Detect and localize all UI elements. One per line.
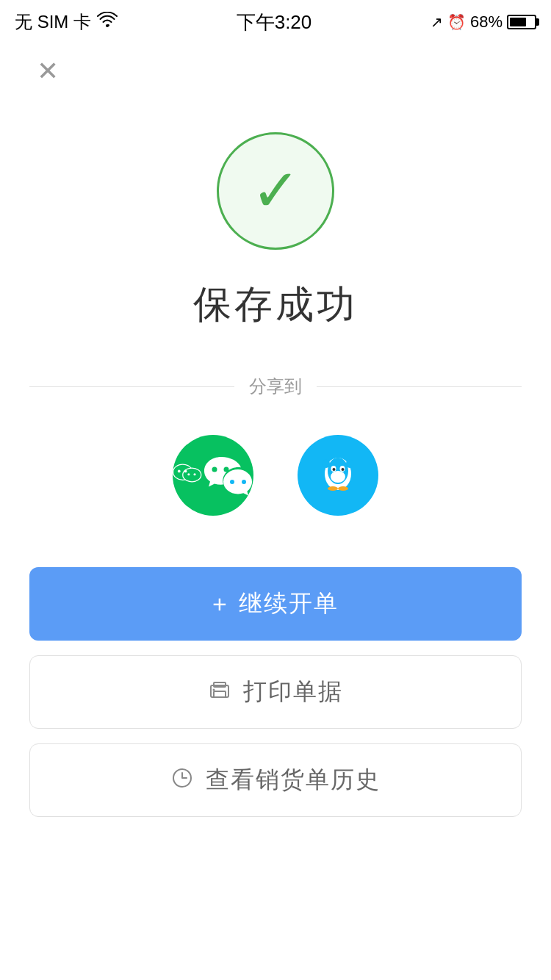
svg-point-20	[338, 486, 348, 491]
svg-point-10	[242, 480, 246, 484]
wechat-share-button[interactable]	[173, 435, 253, 516]
battery-percent: 68%	[470, 12, 503, 32]
checkmark-icon: ✓	[251, 162, 300, 220]
divider-left	[29, 386, 234, 387]
svg-point-22	[346, 459, 353, 468]
print-label: 打印单据	[243, 676, 343, 708]
svg-point-3	[178, 470, 181, 473]
history-icon	[170, 766, 194, 795]
share-icons	[173, 435, 378, 516]
action-buttons: + 继续开单 打印单据 查看销货单历史	[29, 567, 522, 817]
history-label: 查看销货单历史	[206, 764, 381, 796]
svg-point-6	[193, 473, 195, 475]
battery-icon	[507, 15, 536, 29]
main-content: ✓ 保存成功 分享到	[0, 44, 551, 817]
close-button[interactable]: ✕	[29, 53, 66, 90]
alarm-icon: ⏰	[447, 13, 466, 31]
divider-right	[317, 386, 522, 387]
svg-point-8	[224, 467, 229, 472]
status-right: ↗ ⏰ 68%	[431, 12, 536, 32]
svg-point-18	[331, 471, 345, 483]
print-button[interactable]: 打印单据	[29, 655, 522, 729]
svg-point-26	[213, 688, 215, 691]
share-section: 分享到	[29, 375, 522, 398]
print-icon	[208, 678, 231, 707]
qq-share-button[interactable]	[298, 435, 378, 516]
success-circle: ✓	[217, 132, 334, 250]
wifi-icon	[97, 12, 118, 32]
status-time: 下午3:20	[237, 10, 312, 35]
svg-point-5	[187, 473, 190, 475]
svg-point-9	[230, 480, 234, 484]
svg-point-16	[342, 468, 345, 471]
svg-point-21	[323, 459, 330, 468]
status-bar: 无 SIM 卡 下午3:20 ↗ ⏰ 68%	[0, 0, 551, 44]
wechat-icon	[173, 455, 202, 495]
svg-point-0	[106, 24, 109, 27]
history-button[interactable]: 查看销货单历史	[29, 743, 522, 817]
wechat-symbol	[202, 453, 253, 497]
svg-point-7	[212, 467, 217, 472]
status-left: 无 SIM 卡	[15, 10, 118, 34]
location-icon: ↗	[431, 13, 443, 31]
svg-rect-25	[214, 691, 226, 697]
success-title: 保存成功	[193, 279, 358, 331]
close-icon: ✕	[37, 58, 59, 84]
no-sim-text: 无 SIM 卡	[15, 10, 91, 34]
plus-icon: +	[212, 590, 227, 619]
qq-icon	[313, 450, 363, 500]
continue-button[interactable]: + 继续开单	[29, 567, 522, 641]
share-label: 分享到	[234, 375, 317, 398]
svg-point-15	[333, 468, 336, 471]
svg-point-4	[184, 470, 187, 473]
svg-point-19	[328, 486, 338, 491]
continue-label: 继续开单	[239, 588, 339, 620]
